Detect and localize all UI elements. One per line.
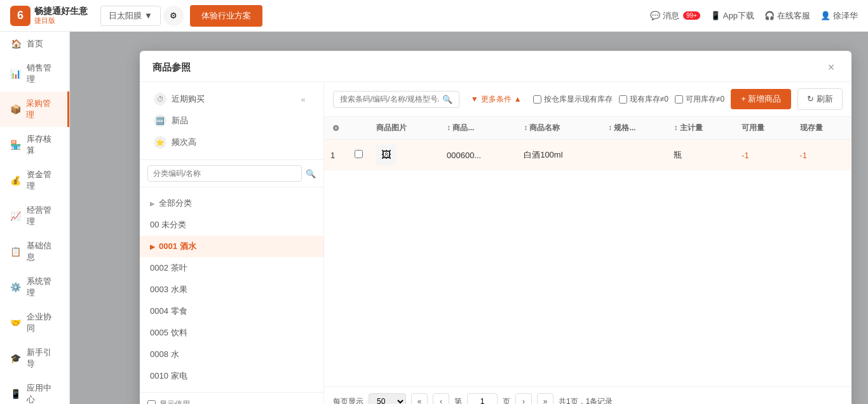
cat-fruit[interactable]: 0003 水果: [140, 279, 323, 300]
cat-tea[interactable]: 0002 茶叶: [140, 257, 323, 279]
sidebar-item-business[interactable]: 📈 经营管理: [0, 198, 69, 234]
search-box: 🔍: [333, 91, 459, 108]
logo-area: 6 畅捷通好生意 捷目版: [10, 6, 88, 26]
logo-brand: 畅捷通好生意: [34, 6, 88, 17]
add-product-button[interactable]: + 新增商品: [731, 89, 791, 109]
th-unit[interactable]: ↕ 主计量: [667, 117, 735, 140]
page-number-input[interactable]: [467, 393, 498, 404]
cat-all[interactable]: ▶ 全部分类: [140, 192, 323, 214]
sidebar-item-inventory[interactable]: 🏪 库存核算: [0, 127, 69, 163]
business-icon: 📈: [10, 210, 22, 222]
th-available: 可用量: [735, 117, 793, 140]
settings-icon[interactable]: ⚙: [163, 6, 184, 26]
finance-icon: 💰: [10, 175, 22, 186]
filter-recent[interactable]: ⏱ 近期购买 «: [147, 88, 316, 110]
category-panel: ⏱ 近期购买 « 🆕 新品 ⭐ 频次高: [140, 82, 324, 404]
nav-selector[interactable]: 日太阳膜 ▼: [100, 6, 161, 26]
th-checkbox: [347, 117, 370, 140]
cat-appliances[interactable]: 0010 家电: [140, 365, 323, 387]
show-disabled-label: 显示停用: [159, 399, 190, 404]
sidebar-label-home: 首页: [27, 38, 43, 50]
row-available: -1: [735, 140, 793, 171]
notification-label: 消息: [663, 10, 679, 22]
cat-tea-label: 0002 茶叶: [150, 262, 187, 274]
available-nonzero-filter[interactable]: 可用库存≠0: [675, 94, 724, 105]
cat-beverages[interactable]: 0005 饮料: [140, 322, 323, 344]
by-warehouse-filter[interactable]: 按仓库显示现有库存: [533, 94, 613, 105]
filter-frequent[interactable]: ⭐ 频次高: [147, 131, 316, 153]
sidebar-item-finance[interactable]: 💰 资金管理: [0, 163, 69, 198]
sidebar-item-base[interactable]: 📋 基础信息: [0, 234, 69, 269]
product-search-input[interactable]: [340, 95, 438, 104]
row-checkbox[interactable]: [355, 150, 363, 158]
refresh-button[interactable]: ↻ 刷新: [797, 88, 843, 110]
guide-icon: 🎓: [10, 353, 22, 364]
clock-icon: ⏱: [154, 93, 166, 105]
last-page-button[interactable]: »: [537, 393, 553, 404]
category-search: 🔍: [140, 160, 323, 187]
nonzero-stock-checkbox[interactable]: [619, 95, 627, 104]
row-image-cell: 🖼: [370, 140, 440, 171]
sales-icon: 📊: [10, 68, 22, 79]
nonzero-stock-filter[interactable]: 现有库存≠0: [619, 94, 668, 105]
next-page-button[interactable]: ›: [515, 393, 532, 404]
avatar: 👤: [820, 11, 831, 20]
more-filter-button[interactable]: ▼ 更多条件 ▲: [466, 91, 527, 108]
page-size-select[interactable]: 10 20 50 100: [369, 393, 406, 404]
first-page-button[interactable]: «: [411, 393, 428, 404]
sidebar-item-purchase[interactable]: 📦 采购管理: [0, 91, 69, 127]
page-suffix-label: 页: [503, 396, 510, 405]
row-spec: [602, 140, 667, 171]
th-spec[interactable]: ↕ 规格...: [602, 117, 667, 140]
trial-button[interactable]: 体验行业方案: [190, 5, 262, 27]
pagination-bar: 每页显示 10 20 50 100 « ‹ 第 页 › »: [324, 386, 851, 404]
cat-liquor[interactable]: ▶ 0001 酒水: [140, 236, 323, 257]
th-code[interactable]: ↕ 商品...: [440, 117, 517, 140]
available-nonzero-checkbox[interactable]: [675, 95, 683, 104]
product-toolbar: 🔍 ▼ 更多条件 ▲ 按仓库显示现有库存: [324, 82, 851, 117]
sidebar-item-system[interactable]: ⚙️ 系统管理: [0, 269, 69, 305]
category-search-input[interactable]: [147, 165, 302, 182]
sidebar-item-apps[interactable]: 📱 应用中心: [0, 376, 69, 404]
th-image: 商品图片: [370, 117, 440, 140]
filter-new[interactable]: 🆕 新品: [147, 110, 316, 131]
notification-item[interactable]: 💬 消息 99+: [650, 10, 700, 22]
cat-snacks[interactable]: 0004 零食: [140, 300, 323, 322]
system-icon: ⚙️: [10, 281, 22, 293]
purchase-icon: 📦: [10, 104, 21, 115]
by-warehouse-checkbox[interactable]: [533, 95, 541, 104]
sidebar-label-inventory: 库存核算: [27, 133, 59, 156]
modal-close-button[interactable]: ×: [824, 60, 839, 75]
row-unit: 瓶: [667, 140, 735, 171]
apps-icon: 📱: [10, 388, 22, 400]
filter-frequent-label: 频次高: [172, 137, 196, 148]
app-download-item[interactable]: 📱 App下载: [710, 10, 754, 22]
cat-water[interactable]: 0008 水: [140, 344, 323, 365]
cat-uncategorized[interactable]: 00 未分类: [140, 214, 323, 236]
collapse-panel-icon[interactable]: «: [297, 93, 309, 105]
user-item[interactable]: 👤 徐泽华: [820, 10, 858, 22]
th-name[interactable]: ↕ 商品名称: [517, 117, 602, 140]
sidebar-item-guide[interactable]: 🎓 新手引导: [0, 340, 69, 376]
show-disabled-checkbox[interactable]: [147, 400, 156, 404]
product-table: ⚙ 商品图片 ↕ 商品... ↕ 商品名称 ↕ 规格... ↕ 主计量 可用量 …: [324, 117, 851, 386]
table-row[interactable]: 1 🖼 000600... 白酒100ml: [324, 140, 851, 171]
nav-selector-label: 日太阳膜: [109, 10, 142, 22]
arrow-icon: ▶: [150, 200, 155, 207]
sidebar-label-collab: 企业协同: [27, 311, 59, 334]
product-panel: 🔍 ▼ 更多条件 ▲ 按仓库显示现有库存: [324, 82, 851, 404]
nonzero-stock-label: 现有库存≠0: [630, 94, 668, 105]
online-service-item[interactable]: 🎧 在线客服: [764, 10, 810, 22]
sidebar-item-home[interactable]: 🏠 首页: [0, 32, 69, 56]
filter-new-label: 新品: [172, 115, 188, 126]
arrow-active-icon: ▶: [150, 243, 155, 250]
cat-uncategorized-label: 00 未分类: [150, 219, 186, 231]
sidebar-item-collab[interactable]: 🤝 企业协同: [0, 305, 69, 340]
sidebar-label-finance: 资金管理: [27, 169, 59, 192]
category-search-icon[interactable]: 🔍: [306, 169, 316, 178]
sidebar-item-sales[interactable]: 📊 销售管理: [0, 56, 69, 91]
search-icon[interactable]: 🔍: [442, 95, 452, 104]
prev-page-button[interactable]: ‹: [433, 393, 449, 404]
th-settings[interactable]: ⚙: [324, 117, 347, 140]
row-checkbox-cell[interactable]: [347, 140, 370, 171]
